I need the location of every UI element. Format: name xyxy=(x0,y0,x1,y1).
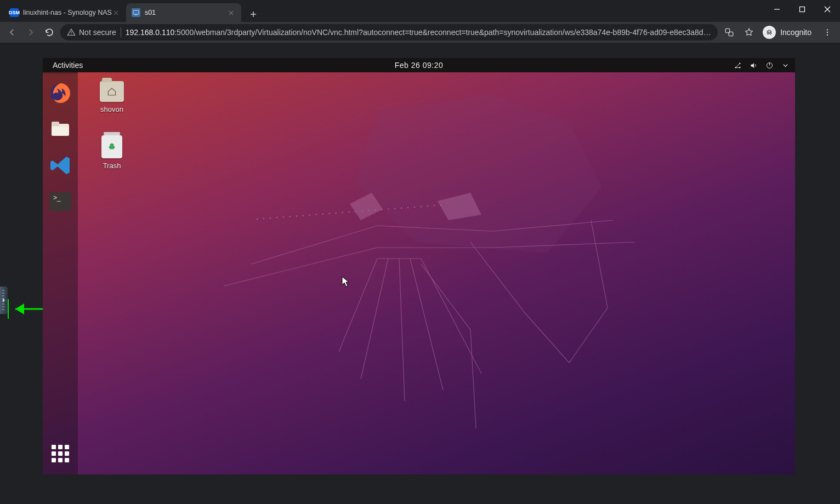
ubuntu-dock: >_ xyxy=(43,72,78,474)
incognito-indicator[interactable]: Incognito xyxy=(760,24,816,41)
power-icon xyxy=(765,61,774,70)
show-applications-button[interactable] xyxy=(49,443,71,465)
window-close-button[interactable] xyxy=(815,0,840,19)
volume-icon xyxy=(750,61,758,70)
tab-title: linuxhint-nas - Synology NAS xyxy=(23,9,112,16)
tab-favicon: DSM xyxy=(10,8,19,17)
back-button[interactable] xyxy=(4,25,20,40)
url-text: 192.168.0.110:5000/webman/3rdparty/Virtu… xyxy=(126,28,711,37)
trash-icon xyxy=(101,135,122,158)
reload-button[interactable] xyxy=(42,25,57,40)
wallpaper-artwork xyxy=(185,78,679,472)
address-bar[interactable]: Not secure 192.168.0.110:5000/webman/3rd… xyxy=(60,24,718,41)
tab-close-button[interactable] xyxy=(227,8,236,17)
browser-tab[interactable]: s01 xyxy=(126,3,241,22)
browser-menu-button[interactable] xyxy=(819,24,836,41)
svg-marker-23 xyxy=(15,303,24,314)
svg-text:>_: >_ xyxy=(53,194,61,202)
svg-rect-1 xyxy=(800,7,805,12)
apps-grid-icon xyxy=(52,445,69,462)
ubuntu-desktop[interactable]: >_ shovon Trash xyxy=(43,72,795,474)
incognito-icon xyxy=(763,26,776,39)
svg-point-16 xyxy=(767,33,769,35)
svg-point-25 xyxy=(735,67,737,68)
svg-rect-6 xyxy=(133,10,139,14)
browser-toolbar: Not secure 192.168.0.110:5000/webman/3rd… xyxy=(0,22,840,43)
svg-point-17 xyxy=(770,33,771,35)
home-icon xyxy=(106,86,117,97)
svg-point-27 xyxy=(739,67,741,68)
warning-icon xyxy=(67,28,76,37)
dock-app-files[interactable] xyxy=(47,116,73,142)
incognito-label: Incognito xyxy=(780,28,811,37)
new-tab-button[interactable] xyxy=(246,7,261,22)
svg-line-28 xyxy=(736,64,740,67)
svg-rect-38 xyxy=(52,122,59,126)
window-minimize-button[interactable] xyxy=(764,0,790,19)
svg-point-20 xyxy=(827,32,828,33)
omnibox-divider xyxy=(121,27,121,37)
desktop-icon-label: shovon xyxy=(100,105,123,113)
folder-icon xyxy=(100,81,124,102)
desktop-icons: shovon Trash xyxy=(90,81,134,170)
novnc-control-tab[interactable] xyxy=(0,287,8,314)
browser-tabstrip: DSM linuxhint-nas - Synology NAS s01 xyxy=(0,0,840,22)
svg-point-26 xyxy=(739,62,741,64)
dock-app-vscode[interactable] xyxy=(47,152,73,179)
svg-marker-32 xyxy=(355,94,602,253)
svg-point-21 xyxy=(827,35,828,36)
svg-point-19 xyxy=(827,29,828,30)
tab-title: s01 xyxy=(145,9,227,16)
dock-app-terminal[interactable]: >_ xyxy=(47,188,73,215)
svg-rect-39 xyxy=(52,127,69,136)
bookmark-icon[interactable] xyxy=(741,24,757,41)
activities-button[interactable]: Activities xyxy=(48,61,87,70)
desktop-icon-label: Trash xyxy=(103,162,121,170)
browser-tab[interactable]: DSM linuxhint-nas - Synology NAS xyxy=(4,3,126,22)
translate-icon[interactable] xyxy=(721,24,737,41)
desktop-icon-home[interactable]: shovon xyxy=(90,81,134,113)
chevron-down-icon xyxy=(781,61,790,70)
mouse-cursor xyxy=(342,276,349,287)
desktop-icon-trash[interactable]: Trash xyxy=(90,135,134,170)
forward-button[interactable] xyxy=(23,25,38,40)
security-indicator[interactable]: Not secure xyxy=(67,28,116,37)
recycle-icon xyxy=(106,141,117,152)
vnc-canvas[interactable]: Activities Feb 26 09:20 xyxy=(43,58,795,474)
svg-point-13 xyxy=(71,34,71,35)
page-content: Activities Feb 26 09:20 xyxy=(0,43,840,504)
dock-app-firefox[interactable] xyxy=(47,80,73,106)
clock[interactable]: Feb 26 09:20 xyxy=(395,61,444,70)
gnome-topbar: Activities Feb 26 09:20 xyxy=(43,58,795,72)
tab-favicon xyxy=(132,8,140,17)
security-label: Not secure xyxy=(79,28,116,37)
status-area[interactable] xyxy=(734,61,790,70)
window-maximize-button[interactable] xyxy=(790,0,815,19)
network-icon xyxy=(734,61,742,70)
tab-close-button[interactable] xyxy=(112,8,121,17)
